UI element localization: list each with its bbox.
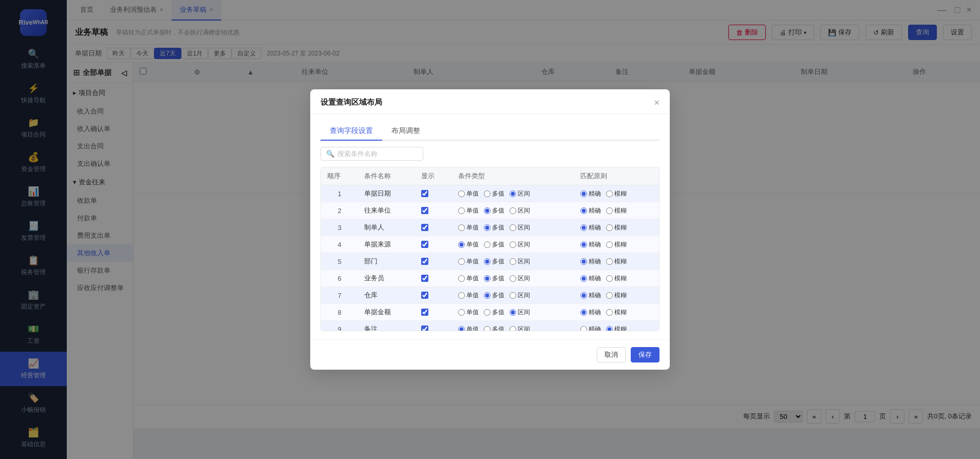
config-row-7: 8 单据金额 单值 多值 区间 精确 (321, 304, 659, 321)
cell-type-1[interactable]: 单值 多值 区间 (452, 202, 574, 219)
cell-type-8[interactable]: 单值 多值 区间 (452, 321, 574, 332)
cell-show-6[interactable] (415, 287, 452, 304)
radio-fuzzy-4[interactable]: 模糊 (606, 257, 627, 266)
dialog-header: 设置查询区域布局 × (310, 89, 670, 114)
radio-single-1[interactable]: 单值 (458, 206, 479, 215)
cell-show-4[interactable] (415, 253, 452, 270)
radio-single-2[interactable]: 单值 (458, 223, 479, 232)
show-checkbox-0[interactable] (421, 190, 428, 197)
radio-range-2[interactable]: 区间 (510, 223, 530, 232)
radio-single-8[interactable]: 单值 (458, 325, 479, 332)
radio-fuzzy-5[interactable]: 模糊 (606, 274, 627, 283)
radio-range-0[interactable]: 区间 (510, 189, 530, 198)
show-checkbox-2[interactable] (421, 224, 428, 231)
cell-match-4[interactable]: 精确 模糊 (574, 253, 659, 270)
radio-multi-6[interactable]: 多值 (484, 291, 504, 300)
config-col-match: 匹配原则 (574, 167, 659, 185)
cancel-button[interactable]: 取消 (597, 347, 626, 362)
cell-name-2: 制单人 (358, 219, 414, 236)
cell-match-2[interactable]: 精确 模糊 (574, 219, 659, 236)
radio-multi-2[interactable]: 多值 (484, 223, 504, 232)
radio-range-3[interactable]: 区间 (510, 240, 530, 249)
radio-fuzzy-2[interactable]: 模糊 (606, 223, 627, 232)
radio-multi-1[interactable]: 多值 (484, 206, 504, 215)
radio-single-3[interactable]: 单值 (458, 240, 479, 249)
dialog-save-button[interactable]: 保存 (631, 347, 659, 362)
tab-field-settings[interactable]: 查询字段设置 (321, 122, 382, 141)
config-row-4: 5 部门 单值 多值 区间 精确 (321, 253, 659, 270)
radio-multi-4[interactable]: 多值 (484, 257, 504, 266)
show-checkbox-8[interactable] (421, 326, 428, 331)
radio-fuzzy-6[interactable]: 模糊 (606, 291, 627, 300)
condition-search-input[interactable] (337, 150, 418, 158)
show-checkbox-1[interactable] (421, 207, 428, 214)
cell-type-7[interactable]: 单值 多值 区间 (452, 304, 574, 321)
cell-order-6: 7 (321, 287, 358, 304)
radio-exact-2[interactable]: 精确 (580, 223, 601, 232)
cell-type-3[interactable]: 单值 多值 区间 (452, 236, 574, 253)
cell-match-8[interactable]: 精确 模糊 (574, 321, 659, 332)
tab-layout-settings[interactable]: 布局调整 (382, 122, 429, 141)
cell-type-2[interactable]: 单值 多值 区间 (452, 219, 574, 236)
cell-match-6[interactable]: 精确 模糊 (574, 287, 659, 304)
radio-fuzzy-7[interactable]: 模糊 (606, 308, 627, 317)
radio-multi-0[interactable]: 多值 (484, 189, 504, 198)
radio-single-6[interactable]: 单值 (458, 291, 479, 300)
radio-exact-1[interactable]: 精确 (580, 206, 601, 215)
cell-order-7: 8 (321, 304, 358, 321)
dialog-title: 设置查询区域布局 (321, 98, 382, 107)
cell-show-1[interactable] (415, 202, 452, 219)
cell-match-3[interactable]: 精确 模糊 (574, 236, 659, 253)
config-row-0: 1 单据日期 单值 多值 区间 精确 (321, 185, 659, 202)
cell-type-5[interactable]: 单值 多值 区间 (452, 270, 574, 287)
radio-exact-0[interactable]: 精确 (580, 189, 601, 198)
show-checkbox-7[interactable] (421, 309, 428, 316)
radio-single-4[interactable]: 单值 (458, 257, 479, 266)
radio-exact-5[interactable]: 精确 (580, 274, 601, 283)
radio-multi-3[interactable]: 多值 (484, 240, 504, 249)
cell-show-8[interactable] (415, 321, 452, 332)
cell-show-2[interactable] (415, 219, 452, 236)
radio-range-7[interactable]: 区间 (510, 308, 530, 317)
show-checkbox-3[interactable] (421, 241, 428, 248)
cell-order-2: 3 (321, 219, 358, 236)
cell-order-8: 9 (321, 321, 358, 332)
cell-type-6[interactable]: 单值 多值 区间 (452, 287, 574, 304)
cell-match-1[interactable]: 精确 模糊 (574, 202, 659, 219)
radio-multi-7[interactable]: 多值 (484, 308, 504, 317)
radio-fuzzy-1[interactable]: 模糊 (606, 206, 627, 215)
search-icon: 🔍 (326, 150, 334, 158)
radio-range-5[interactable]: 区间 (510, 274, 530, 283)
cell-match-0[interactable]: 精确 模糊 (574, 185, 659, 202)
radio-multi-5[interactable]: 多值 (484, 274, 504, 283)
cell-show-7[interactable] (415, 304, 452, 321)
radio-fuzzy-3[interactable]: 模糊 (606, 240, 627, 249)
radio-single-7[interactable]: 单值 (458, 308, 479, 317)
radio-single-0[interactable]: 单值 (458, 189, 479, 198)
cell-match-7[interactable]: 精确 模糊 (574, 304, 659, 321)
radio-exact-8[interactable]: 精确 (580, 325, 601, 332)
cell-show-3[interactable] (415, 236, 452, 253)
radio-range-6[interactable]: 区间 (510, 291, 530, 300)
cell-type-0[interactable]: 单值 多值 区间 (452, 185, 574, 202)
radio-exact-7[interactable]: 精确 (580, 308, 601, 317)
radio-range-4[interactable]: 区间 (510, 257, 530, 266)
cell-show-5[interactable] (415, 270, 452, 287)
radio-fuzzy-8[interactable]: 模糊 (606, 325, 627, 332)
show-checkbox-6[interactable] (421, 292, 428, 299)
cell-match-5[interactable]: 精确 模糊 (574, 270, 659, 287)
radio-fuzzy-0[interactable]: 模糊 (606, 189, 627, 198)
radio-single-5[interactable]: 单值 (458, 274, 479, 283)
show-checkbox-5[interactable] (421, 275, 428, 282)
show-checkbox-4[interactable] (421, 258, 428, 265)
radio-range-1[interactable]: 区间 (510, 206, 530, 215)
cell-show-0[interactable] (415, 185, 452, 202)
radio-exact-4[interactable]: 精确 (580, 257, 601, 266)
radio-exact-6[interactable]: 精确 (580, 291, 601, 300)
radio-multi-8[interactable]: 多值 (484, 325, 504, 332)
radio-exact-3[interactable]: 精确 (580, 240, 601, 249)
cell-order-3: 4 (321, 236, 358, 253)
dialog-close-btn[interactable]: × (654, 98, 659, 107)
radio-range-8[interactable]: 区间 (510, 325, 530, 332)
cell-type-4[interactable]: 单值 多值 区间 (452, 253, 574, 270)
